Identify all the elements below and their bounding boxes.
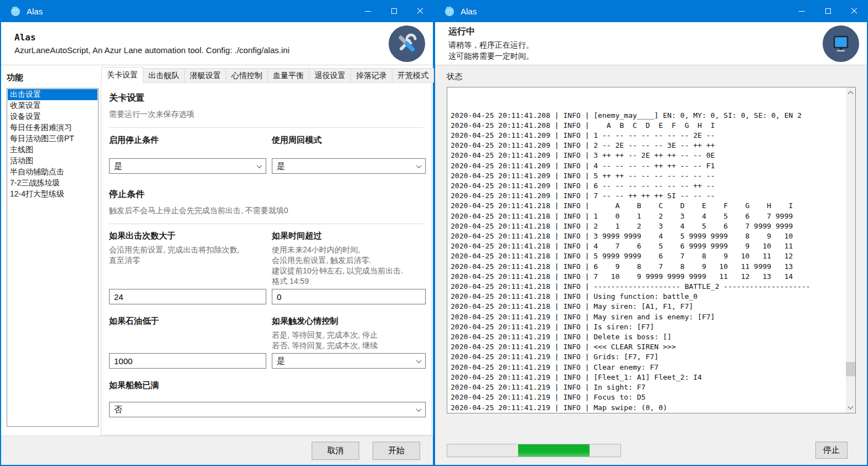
sidebar-item[interactable]: 每日任务困难演习 <box>8 122 97 133</box>
log-line: 2020-04-25 20:11:41.218 | INFO | -------… <box>451 282 855 292</box>
log-line: 2020-04-25 20:11:41.208 | INFO | [enemy_… <box>451 111 855 121</box>
runner-header: 运行中 请稍等，程序正在运行。 这可能将需要一定时间。 <box>435 22 867 65</box>
log-line: 2020-04-25 20:11:41.219 | INFO | Is sire… <box>451 322 855 332</box>
log-line: 2020-04-25 20:11:41.208 | INFO | A B C D… <box>451 121 855 131</box>
sidebar-item[interactable]: 主线图 <box>8 144 97 156</box>
enable-stop-condition-select[interactable]: 是 <box>109 158 266 174</box>
sidebar-item[interactable]: 每日活动图三倍PT <box>8 133 97 144</box>
maximize-button[interactable] <box>381 0 407 22</box>
field-desc: 若是, 等待回复, 完成本次, 停止 <box>272 330 426 340</box>
log-line: 2020-04-25 20:11:41.219 | INFO | Clear e… <box>451 363 855 372</box>
time-limit-input[interactable] <box>272 289 426 304</box>
minimize-icon <box>365 11 371 12</box>
tab[interactable]: 潜艇设置 <box>184 68 226 82</box>
log-line: 2020-04-25 20:11:41.695 | INFO | Convert… <box>451 413 855 413</box>
field-label: 如果船舱已满 <box>109 380 423 391</box>
field-label: 启用停止条件 <box>109 135 266 146</box>
runner-footer: 停止 <box>447 436 856 465</box>
cancel-button[interactable]: 取消 <box>312 442 359 460</box>
tab[interactable]: 心情控制 <box>226 68 268 82</box>
field-desc: 会沿用先前设置, 触发后清零. <box>272 255 426 266</box>
stop-button[interactable]: 停止 <box>815 442 848 459</box>
tab[interactable]: 血量平衡 <box>267 68 309 82</box>
log-scrollbar[interactable] <box>846 87 855 413</box>
maximize-icon <box>391 8 397 14</box>
field-desc: 使用未来24小时内的时间, <box>272 245 426 255</box>
log-line: 2020-04-25 20:11:41.219 | INFO | Grids: … <box>451 352 855 362</box>
settings-window: Alas Alas AzurLaneAutoScript, An Azur La… <box>0 0 434 466</box>
chevron-down-icon <box>416 163 422 168</box>
alas-logo-icon <box>443 5 456 17</box>
sidebar-item[interactable]: 活动图 <box>8 156 97 167</box>
tab[interactable]: 掉落记录 <box>350 68 392 82</box>
select-value: 是 <box>277 356 285 366</box>
log-line: 2020-04-25 20:11:41.219 | INFO | Focus t… <box>451 392 855 402</box>
scrollbar-thumb[interactable] <box>846 362 855 376</box>
sidebar: 功能 出击设置收菜设置设备设置每日任务困难演习每日活动图三倍PT主线图活动图半自… <box>1 65 101 436</box>
running-title: 运行中 <box>448 26 534 38</box>
log-output[interactable]: 2020-04-25 20:11:41.208 | INFO | [enemy_… <box>447 87 856 413</box>
tab[interactable]: 退役设置 <box>309 68 351 82</box>
titlebar: Alas <box>435 0 867 22</box>
progress-bar-chunk <box>518 444 589 457</box>
sidebar-item[interactable]: 12-4打大型练级 <box>8 189 97 200</box>
close-button[interactable] <box>407 0 433 22</box>
log-line: 2020-04-25 20:11:41.218 | INFO | 6 9 8 7… <box>451 262 855 272</box>
tab[interactable]: 关卡设置 <box>101 67 143 83</box>
section-desc: 触发后不会马上停止会先完成当前出击, 不需要就填0 <box>109 205 423 216</box>
sidebar-item[interactable]: 7-2三战拣垃圾 <box>8 178 97 189</box>
log-line: 2020-04-25 20:11:41.219 | INFO | Delete … <box>451 332 855 342</box>
maximize-button[interactable] <box>815 0 841 22</box>
log-line: 2020-04-25 20:11:41.219 | INFO | <<< CLE… <box>451 342 855 352</box>
close-icon <box>417 8 423 14</box>
field-desc: 会沿用先前设置, 完成出击将扣除次数, <box>109 245 266 255</box>
sidebar-item[interactable]: 收菜设置 <box>8 100 97 111</box>
running-message-2: 这可能将需要一定时间。 <box>448 51 534 61</box>
status-label: 状态 <box>447 72 856 82</box>
log-line: 2020-04-25 20:11:41.209 | INFO | 1 -- --… <box>451 131 855 141</box>
start-button[interactable]: 开始 <box>373 442 420 460</box>
scroll-up-button[interactable] <box>846 87 855 97</box>
chevron-down-icon <box>257 163 262 168</box>
monitor-icon <box>830 33 852 55</box>
log-line: 2020-04-25 20:11:41.209 | INFO | 7 -- --… <box>451 191 855 201</box>
field-desc: 格式 14:59 <box>272 276 426 287</box>
window-title: Alas <box>27 7 43 16</box>
tools-wrench-screwdriver-icon <box>396 33 418 55</box>
log-lines: 2020-04-25 20:11:41.208 | INFO | [enemy_… <box>447 87 855 413</box>
sortie-count-input[interactable] <box>109 289 266 304</box>
field-label: 如果石油低于 <box>109 316 266 327</box>
function-list[interactable]: 出击设置收菜设置设备设置每日任务困难演习每日活动图三倍PT主线图活动图半自动辅助… <box>7 88 99 427</box>
scroll-down-button[interactable] <box>846 403 855 413</box>
section-desc: 需要运行一次来保存选项 <box>109 109 423 120</box>
field-label: 如果出击次数大于 <box>109 231 266 241</box>
tab[interactable]: 开荒模式 <box>392 68 434 82</box>
sidebar-item[interactable]: 设备设置 <box>8 111 97 122</box>
window-title: Alas <box>461 7 477 16</box>
close-button[interactable] <box>841 0 867 22</box>
runner-body: 状态 2020-04-25 20:11:41.208 | INFO | [ene… <box>435 65 867 465</box>
oil-limit-input[interactable] <box>109 353 266 369</box>
loop-mode-select[interactable]: 是 <box>272 158 426 174</box>
log-line: 2020-04-25 20:11:41.218 | INFO | 3 9999 … <box>451 231 855 241</box>
dock-full-select[interactable]: 否 <box>109 402 426 417</box>
app-header: Alas AzurLaneAutoScript, An Azur Lane au… <box>1 22 433 65</box>
sidebar-item[interactable]: 出击设置 <box>8 89 97 100</box>
scrollbar-track[interactable] <box>846 97 855 403</box>
tab[interactable]: 出击舰队 <box>143 68 185 82</box>
log-line: 2020-04-25 20:11:41.209 | INFO | 3 ++ ++… <box>451 151 855 160</box>
minimize-icon <box>799 11 805 12</box>
divider <box>109 224 423 224</box>
field-desc: 若否, 等待回复, 完成本次, 继续 <box>272 340 426 351</box>
chevron-up-icon <box>848 91 854 96</box>
minimize-button[interactable] <box>355 0 381 22</box>
minimize-button[interactable] <box>789 0 815 22</box>
sidebar-item[interactable]: 半自动辅助点击 <box>8 167 97 178</box>
settings-panel: 关卡设置 需要运行一次来保存选项 启用停止条件 是 使用周回模式 是 <box>101 82 432 436</box>
select-value: 是 <box>114 161 122 172</box>
log-line: 2020-04-25 20:11:41.218 | INFO | A B C D… <box>451 201 855 211</box>
sidebar-heading: 功能 <box>7 73 101 83</box>
log-line: 2020-04-25 20:11:41.209 | INFO | 6 -- --… <box>451 181 855 191</box>
emotion-control-select[interactable]: 是 <box>272 353 426 369</box>
chevron-down-icon <box>416 358 422 363</box>
